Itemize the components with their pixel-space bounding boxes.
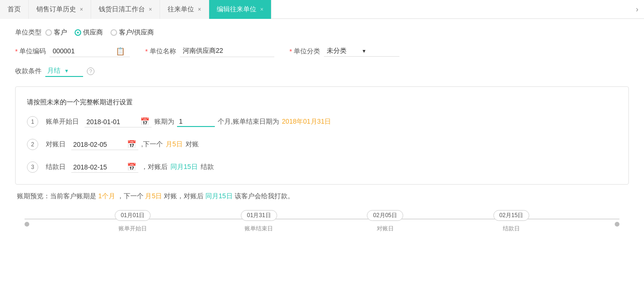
start-date-cal-icon[interactable]: 📅 [140, 117, 150, 126]
unit-name-label: 单位名称 [150, 47, 176, 56]
unit-code-copy-btn[interactable]: 📋 [114, 47, 127, 56]
tab-edit-partner[interactable]: 编辑往来单位 × [209, 0, 271, 19]
payment-condition-select[interactable]: 月结 ▾ [45, 66, 83, 77]
payment-date-wrapper: 📅 [71, 161, 138, 173]
tabs-chevron[interactable]: › [630, 5, 644, 14]
reconcile-date-wrapper: 📅 [71, 139, 138, 150]
period-row-3: 3 结款日 📅 ，对账后 同月15日 结款 [27, 161, 617, 173]
payment-date-cal-icon[interactable]: 📅 [127, 162, 136, 171]
timeline-label-1: 账单开始日 [119, 225, 147, 233]
radio-circle-customer-supplier [110, 29, 117, 36]
reconcile-date-cal-icon[interactable]: 📅 [127, 140, 136, 149]
payment-date-input[interactable] [73, 163, 125, 171]
tab-home[interactable]: 首页 [0, 0, 29, 19]
reconcile-suffix-pre: ,下一个 [141, 140, 163, 149]
timeline-container: 01月01日 账单开始日 01月31日 账单结束日 02月05日 对账日 02月… [15, 210, 629, 233]
unit-category-chevron-icon: ▾ [363, 48, 397, 54]
timeline-node-1: 01月01日 账单开始日 [115, 210, 151, 233]
period-unit-text: 个月,账单结束日期为 [218, 118, 279, 126]
payment-condition-value: 月结 [47, 67, 63, 75]
radio-customer-supplier[interactable]: 客户/供应商 [110, 28, 154, 37]
unit-category-required-star: * [289, 48, 292, 55]
period-label-2: 对账日 [46, 140, 66, 149]
radio-circle-customer [45, 29, 52, 36]
payment-suffix-highlight: 同月15日 [170, 163, 198, 171]
payment-condition-row: 收款条件 月结 ▾ ? [15, 66, 629, 77]
preview-text: 账期预览：当前客户账期是 1个月 ，下一个 月5日 对账，对账后 同月15日 该… [15, 192, 629, 201]
reconcile-date-input[interactable] [73, 141, 125, 148]
unit-code-input-wrapper: 📋 [50, 46, 130, 57]
unit-type-label: 单位类型 [15, 28, 42, 37]
unit-type-row: 单位类型 客户 供应商 客户/供应商 [15, 28, 629, 37]
period-card: 请按照未来的一个完整帐期进行设置 1 账单开始日 📅 账期为 个月,账单结束日期… [15, 86, 629, 185]
period-months-input[interactable] [177, 117, 215, 127]
period-num-2: 2 [27, 139, 38, 150]
unit-category-group: * 单位分类 未分类 ▾ [289, 46, 399, 57]
tab-partner-units[interactable]: 往来单位 × [160, 0, 209, 19]
close-tab-sales-history[interactable]: × [80, 6, 83, 13]
payment-condition-label: 收款条件 [15, 67, 42, 76]
reconcile-suffix-post: 对账 [186, 140, 199, 149]
unit-code-input[interactable] [52, 47, 114, 55]
payment-suffix-post: 结款 [201, 163, 214, 171]
payment-suffix-pre: ，对账后 [141, 163, 168, 171]
unit-code-required-star: * [15, 48, 17, 55]
unit-category-select[interactable]: 未分类 ▾ [324, 46, 399, 57]
timeline-label-4: 结款日 [503, 225, 520, 233]
start-date-wrapper: 📅 [85, 116, 152, 127]
timeline-pill-3: 02月05日 [367, 210, 403, 221]
tab-sales-history[interactable]: 销售订单历史 × [29, 0, 91, 19]
main-content: 单位类型 客户 供应商 客户/供应商 * 单位编码 📋 [0, 19, 644, 287]
payment-condition-chevron-icon: ▾ [65, 68, 81, 74]
unit-name-input[interactable] [180, 45, 274, 57]
close-tab-cash-work[interactable]: × [149, 6, 152, 13]
radio-circle-supplier [75, 29, 81, 36]
period-label-3: 结款日 [46, 163, 66, 171]
timeline-label-3: 对账日 [377, 225, 394, 233]
timeline-pill-4: 02月15日 [493, 210, 530, 221]
period-row-1: 1 账单开始日 📅 账期为 个月,账单结束日期为 2018年01月31日 [27, 116, 617, 127]
radio-customer[interactable]: 客户 [45, 28, 67, 37]
timeline-pill-1: 01月01日 [115, 210, 151, 221]
timeline-node-3: 02月05日 对账日 [367, 210, 403, 233]
unit-code-label: 单位编码 [19, 47, 46, 56]
period-label-1: 账单开始日 [46, 118, 79, 126]
reconcile-suffix-highlight: 月5日 [166, 140, 183, 149]
help-icon[interactable]: ? [87, 68, 94, 75]
close-tab-edit-partner[interactable]: × [260, 6, 263, 13]
period-label-as: 账期为 [154, 118, 174, 126]
timeline-start-cap [25, 222, 29, 227]
start-date-input[interactable] [86, 118, 138, 126]
unit-info-row: * 单位编码 📋 * 单位名称 * 单位分类 未分类 ▾ [15, 45, 629, 57]
card-title: 请按照未来的一个完整帐期进行设置 [27, 98, 617, 107]
period-num-3: 3 [27, 161, 38, 173]
unit-name-required-star: * [145, 48, 147, 55]
period-num-1: 1 [27, 116, 38, 127]
unit-name-group: * 单位名称 [145, 45, 274, 57]
close-tab-partner-units[interactable]: × [198, 6, 201, 13]
timeline-node-4: 02月15日 结款日 [493, 210, 530, 233]
timeline-pill-2: 01月31日 [241, 210, 277, 221]
unit-category-label: 单位分类 [294, 47, 320, 56]
timeline-nodes: 01月01日 账单开始日 01月31日 账单结束日 02月05日 对账日 02月… [25, 210, 619, 233]
period-row-2: 2 对账日 📅 ,下一个 月5日 对账 [27, 139, 617, 150]
unit-code-group: * 单位编码 📋 [15, 46, 130, 57]
timeline-label-2: 账单结束日 [245, 225, 273, 233]
radio-supplier[interactable]: 供应商 [75, 28, 103, 37]
period-end-date: 2018年01月31日 [282, 118, 331, 126]
unit-type-radio-group: 客户 供应商 客户/供应商 [45, 28, 154, 37]
timeline-end-cap [615, 222, 619, 227]
timeline-node-2: 01月31日 账单结束日 [241, 210, 277, 233]
tabs-bar: 首页 销售订单历史 × 钱货日清工作台 × 往来单位 × 编辑往来单位 × › [0, 0, 644, 19]
tab-cash-work[interactable]: 钱货日清工作台 × [91, 0, 160, 19]
